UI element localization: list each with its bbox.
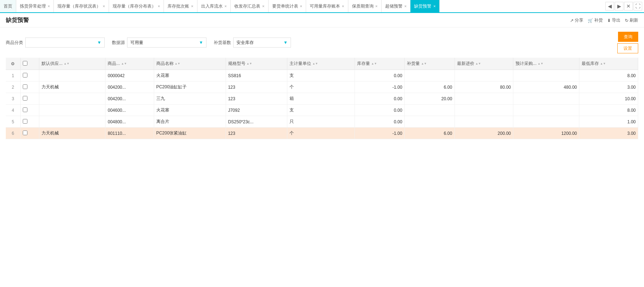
cell-supplier xyxy=(39,93,105,105)
share-icon: ↗ xyxy=(570,18,574,23)
cell-estimated-purchase xyxy=(513,93,579,105)
tab-close-expiry-query[interactable]: × xyxy=(375,4,378,8)
cell-latest-price xyxy=(454,93,513,105)
tab-close-abnormal[interactable]: × xyxy=(48,4,50,8)
cell-min-stock: 3.00 xyxy=(579,128,638,139)
tab-prev-button[interactable]: ◀ xyxy=(605,2,614,10)
datasource-value: 可用量 xyxy=(130,40,143,46)
tab-close-inventory-status[interactable]: × xyxy=(103,4,105,8)
cell-min-stock: 8.00 xyxy=(579,70,638,81)
tab-abnormal[interactable]: 拣货异常处理 × xyxy=(16,0,54,12)
cell-spec: 123 xyxy=(226,93,287,105)
cell-seq: 4 xyxy=(6,105,20,116)
row-checkbox-4[interactable] xyxy=(23,119,27,124)
cell-replenish-qty: 20.00 xyxy=(405,93,454,105)
cell-spec: 123 xyxy=(226,128,287,139)
tab-next-button[interactable]: ▶ xyxy=(615,2,623,10)
tab-shortage[interactable]: 缺货预警 × xyxy=(410,0,439,12)
row-checkbox-1[interactable] xyxy=(23,84,27,89)
export-button[interactable]: ⬇ 导出 xyxy=(607,17,621,23)
row-checkbox-5[interactable] xyxy=(23,131,27,135)
sort-unit-icon[interactable]: ▲▼ xyxy=(312,62,318,65)
sort-code-icon[interactable]: ▲▼ xyxy=(121,62,127,65)
tab-inventory-status[interactable]: 现存量（库存状况表） × xyxy=(54,0,109,12)
cell-checkbox xyxy=(20,105,39,116)
sort-price-icon[interactable]: ▲▼ xyxy=(475,62,481,65)
cell-checkbox xyxy=(20,81,39,93)
cell-spec: SS816 xyxy=(226,70,287,81)
cell-min-stock: 10.00 xyxy=(579,93,638,105)
cell-supplier xyxy=(39,70,105,81)
cell-latest-price: 200.00 xyxy=(454,128,513,139)
datasource-arrow-icon: ▼ xyxy=(199,40,203,45)
replenish-button[interactable]: 🛒 补货 xyxy=(588,17,603,23)
tab-close-available-ledger[interactable]: × xyxy=(342,4,344,8)
tab-close-shortage[interactable]: × xyxy=(433,4,435,8)
replenish-base-label: 补货基数 xyxy=(214,40,231,46)
tab-available-ledger[interactable]: 可用量库存账本 × xyxy=(306,0,348,12)
sort-name-icon[interactable]: ▲▼ xyxy=(175,62,180,65)
tab-close-receive-summary[interactable]: × xyxy=(262,4,264,8)
replenish-base-arrow-icon: ▼ xyxy=(283,40,288,45)
filter-area: 商品分类 ▼ 数据源 可用量 ▼ 补货基数 安全库存 ▼ 查询 设置 xyxy=(0,27,644,58)
cell-product-name: 火花塞 xyxy=(154,105,226,116)
sort-stock-icon[interactable]: ▲▼ xyxy=(371,62,377,65)
category-select[interactable]: ▼ xyxy=(25,37,105,48)
cell-product-name: PC200张紧油缸 xyxy=(154,128,226,139)
cell-estimated-purchase xyxy=(513,105,579,116)
row-checkbox-3[interactable] xyxy=(23,107,27,112)
tab-close-all-button[interactable]: ✕ xyxy=(624,2,633,10)
replenish-base-select[interactable]: 安全库存 ▼ xyxy=(233,37,291,48)
sort-min-stock-icon[interactable]: ▲▼ xyxy=(600,62,606,65)
tab-close-batch-account[interactable]: × xyxy=(191,4,193,8)
sort-estimated-icon[interactable]: ▲▼ xyxy=(538,62,543,65)
cell-stock: -1.00 xyxy=(355,81,405,93)
row-checkbox-2[interactable] xyxy=(23,96,27,101)
tab-batch-account[interactable]: 库存批次账 × xyxy=(164,0,197,12)
table-row: 2 力天机械 004200... PC200油缸缸子 123 个 -1.00 6… xyxy=(6,81,638,93)
tab-overstock[interactable]: 超储预警 × xyxy=(382,0,410,12)
table-row: 5 004800... 离合片 DS250*23c... 只 0.00 1.00 xyxy=(6,116,638,128)
tab-close-inventory-dist[interactable]: × xyxy=(158,4,160,8)
row-checkbox-0[interactable] xyxy=(23,73,27,78)
share-button[interactable]: ↗ 分享 xyxy=(570,17,583,23)
sort-supplier-icon[interactable]: ▲▼ xyxy=(64,62,69,65)
cell-unit: 个 xyxy=(287,81,355,93)
cell-replenish-qty: 6.00 xyxy=(405,128,454,139)
cell-latest-price xyxy=(454,105,513,116)
tab-fullscreen-button[interactable]: ⛶ xyxy=(634,2,642,10)
tab-home[interactable]: 首页 xyxy=(0,0,16,12)
cell-latest-price xyxy=(454,70,513,81)
cell-product-code: 004200... xyxy=(105,93,154,105)
refresh-button[interactable]: ↻ 刷新 xyxy=(625,17,638,23)
tab-inventory-dist[interactable]: 现存量（库存分布表） × xyxy=(109,0,164,12)
settings-button[interactable]: 设置 xyxy=(617,43,638,53)
th-replenish-qty: 补货量 ▲▼ xyxy=(405,58,454,70)
cell-product-name: 离合片 xyxy=(154,116,226,128)
cell-estimated-purchase xyxy=(513,70,579,81)
datasource-select[interactable]: 可用量 ▼ xyxy=(127,37,206,48)
sort-spec-icon[interactable]: ▲▼ xyxy=(247,62,252,65)
cell-min-stock: 3.00 xyxy=(579,81,638,93)
tab-inout-flow[interactable]: 出入库流水 × xyxy=(197,0,231,12)
query-button[interactable]: 查询 xyxy=(618,32,638,42)
tab-expiry-query[interactable]: 保质期查询 × xyxy=(348,0,382,12)
tab-nav-buttons: ◀ ▶ ✕ ⛶ xyxy=(604,2,644,10)
tab-close-inout-flow[interactable]: × xyxy=(225,4,227,8)
tab-close-order-stats[interactable]: × xyxy=(300,4,302,8)
cell-estimated-purchase xyxy=(513,116,579,128)
sort-replenish-icon[interactable]: ▲▼ xyxy=(421,62,427,65)
tab-close-overstock[interactable]: × xyxy=(404,4,406,8)
shortage-table: ⚙ 默认供应... ▲▼ 商品... ▲▼ xyxy=(6,58,638,139)
tab-order-stats[interactable]: 要货单统计表 × xyxy=(269,0,306,12)
cell-unit: 只 xyxy=(287,116,355,128)
cell-seq: 3 xyxy=(6,93,20,105)
cell-seq: 6 xyxy=(6,128,20,139)
tab-receive-summary[interactable]: 收发存汇总表 × xyxy=(231,0,268,12)
table-settings-icon[interactable]: ⚙ xyxy=(11,61,15,66)
datasource-filter-group: 数据源 可用量 ▼ xyxy=(112,37,206,48)
select-all-checkbox[interactable] xyxy=(23,61,27,66)
cell-product-name: 三九 xyxy=(154,93,226,105)
export-icon: ⬇ xyxy=(607,18,611,23)
cell-estimated-purchase: 1200.00 xyxy=(513,128,579,139)
